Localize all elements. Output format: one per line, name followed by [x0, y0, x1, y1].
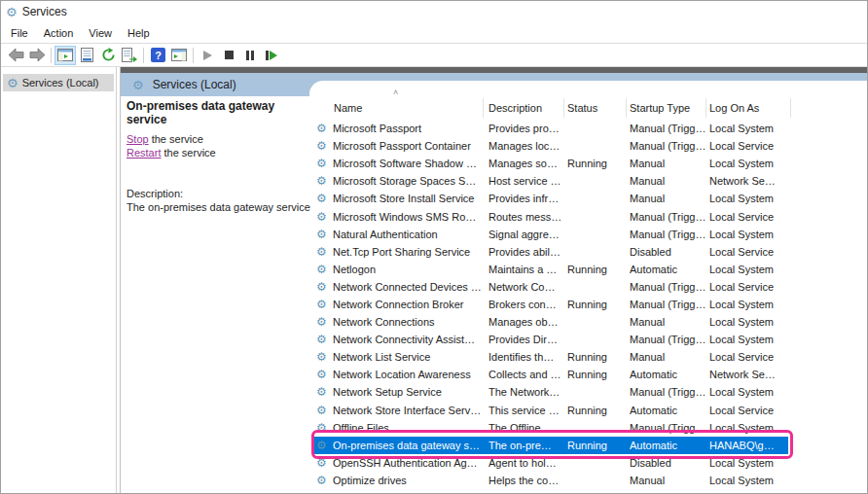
table-row[interactable]: ⚙Network Connection BrokerBrokers con…Ru… — [313, 296, 788, 313]
window-title: Services — [22, 5, 67, 18]
service-gear-icon: ⚙ — [313, 211, 333, 223]
table-row[interactable]: ⚙OpenSSH Authentication Ag…Agent to hol…… — [313, 454, 788, 472]
service-description: Collects and … — [488, 369, 567, 380]
service-description: Identifies th… — [488, 351, 567, 363]
column-header-log-on-as[interactable]: Log On As — [709, 102, 759, 114]
column-header-description[interactable]: Description — [488, 102, 542, 114]
table-row[interactable]: ⚙Microsoft Software Shadow …Manages so…R… — [313, 155, 788, 172]
column-divider[interactable] — [626, 98, 627, 118]
service-description: Host service … — [488, 175, 567, 187]
table-row[interactable]: ⚙Net.Tcp Port Sharing ServiceProvides ab… — [313, 243, 788, 261]
table-row[interactable]: ⚙NetlogonMaintains a …RunningAutomaticLo… — [313, 261, 788, 278]
service-log-on-as: Local System — [709, 193, 788, 204]
table-row[interactable]: ⚙Microsoft Passport ContainerManages loc… — [313, 137, 788, 155]
stop-service-text: the service — [149, 133, 203, 145]
table-row[interactable]: ⚙Offline FilesThe Offline…Manual (Trigg…… — [313, 419, 788, 437]
tree-item-services-local[interactable]: ⚙ Services (Local) — [3, 74, 114, 91]
column-header-name[interactable]: Name — [334, 102, 362, 114]
service-gear-icon: ⚙ — [313, 264, 333, 275]
refresh-icon[interactable] — [97, 46, 119, 65]
tree-item-label: Services (Local) — [22, 77, 99, 88]
table-row[interactable]: ⚙Network Store Interface Serv…This servi… — [313, 402, 788, 419]
export-list-icon[interactable] — [119, 46, 140, 65]
column-header-startup-type[interactable]: Startup Type — [630, 102, 690, 114]
table-row[interactable]: ⚙Optimize drivesHelps the co…ManualLocal… — [313, 472, 788, 489]
service-log-on-as: Network Se… — [709, 175, 788, 187]
service-gear-icon: ⚙ — [313, 229, 333, 240]
service-description: Agent to hol… — [488, 457, 567, 469]
service-log-on-as: Local System — [709, 123, 788, 134]
console-tree-panel: ⚙ Services (Local) — [1, 67, 117, 493]
restart-service-link[interactable]: Restart — [127, 147, 161, 159]
service-gear-icon: ⚙ — [313, 457, 333, 469]
table-row[interactable]: ⚙Natural AuthenticationSignal aggre…Manu… — [313, 226, 788, 243]
svg-text:?: ? — [155, 50, 162, 61]
menu-action[interactable]: Action — [36, 25, 82, 41]
stop-service-icon[interactable] — [218, 46, 239, 65]
pause-service-icon[interactable] — [239, 46, 261, 65]
table-row[interactable]: ⚙Network Setup ServiceThe Network…Manual… — [313, 383, 788, 401]
table-row[interactable]: ⚙Microsoft Storage Spaces S…Host service… — [313, 172, 788, 190]
table-row[interactable]: ⚙Network Location AwarenessCollects and … — [313, 366, 788, 383]
column-divider[interactable] — [790, 98, 791, 118]
table-row[interactable]: ⚙Parental ControlsEnforces pa…ManualLoca… — [313, 489, 788, 494]
table-row[interactable]: ⚙On-premises data gateway s…The on-pre…R… — [313, 437, 788, 454]
service-log-on-as: Local System — [709, 457, 788, 469]
service-startup-type: Manual — [630, 158, 709, 169]
table-row[interactable]: ⚙Network Connectivity Assist…Provides Di… — [313, 331, 788, 348]
service-gear-icon: ⚙ — [313, 193, 333, 204]
service-name: On-premises data gateway s… — [333, 440, 488, 451]
back-arrow-icon[interactable] — [5, 46, 26, 65]
table-row[interactable]: ⚙Network List ServiceIdentifies th…Runni… — [313, 348, 788, 366]
service-gear-icon: ⚙ — [313, 386, 333, 398]
service-name: Network Connected Devices … — [333, 281, 488, 293]
service-description: Signal aggre… — [488, 229, 567, 240]
service-description: The Network… — [488, 386, 567, 398]
service-name: Network Location Awareness — [333, 369, 488, 380]
start-service-icon[interactable] — [197, 46, 218, 65]
menu-file[interactable]: File — [3, 25, 36, 41]
menu-help[interactable]: Help — [120, 25, 158, 41]
service-table-body: ⚙Microsoft PassportProvides pro…Manual (… — [313, 120, 788, 494]
column-divider[interactable] — [483, 98, 484, 118]
help-icon[interactable]: ? — [147, 46, 168, 65]
column-header-status[interactable]: Status — [567, 102, 597, 114]
table-row[interactable]: ⚙Network ConnectionsManages ob…ManualLoc… — [313, 313, 788, 331]
service-name: Microsoft Windows SMS Ro… — [333, 211, 488, 223]
forward-arrow-icon[interactable] — [26, 46, 48, 65]
properties-icon[interactable] — [76, 46, 97, 65]
service-startup-type: Manual (Trigg… — [630, 422, 709, 434]
show-action-pane-icon[interactable] — [168, 46, 190, 65]
service-description: The on-pre… — [488, 440, 567, 451]
service-status: Running — [567, 158, 630, 169]
menu-bar: File Action View Help — [1, 22, 867, 44]
table-row[interactable]: ⚙Microsoft Windows SMS Ro…Routes mess…Ma… — [313, 207, 788, 225]
column-divider[interactable] — [563, 98, 564, 118]
service-gear-icon: ⚙ — [313, 369, 333, 380]
service-startup-type: Manual — [630, 351, 709, 363]
service-gear-icon: ⚙ — [313, 405, 333, 416]
restart-service-text: the service — [161, 147, 215, 159]
service-startup-type: Manual — [630, 175, 709, 187]
service-startup-type: Manual — [630, 193, 709, 204]
service-name: Network Setup Service — [333, 386, 488, 398]
stop-service-link[interactable]: Stop — [127, 133, 149, 145]
table-row[interactable]: ⚙Network Connected Devices …Network Co…M… — [313, 278, 788, 296]
show-console-tree-icon[interactable] — [54, 46, 76, 65]
service-gear-icon: ⚙ — [313, 158, 333, 169]
main-area: ⚙ Services (Local) ⚙ Services (Local) On… — [1, 67, 867, 493]
service-startup-type: Manual (Trigg… — [630, 299, 709, 310]
restart-service-icon[interactable] — [261, 46, 282, 65]
table-row[interactable]: ⚙Microsoft PassportProvides pro…Manual (… — [313, 120, 788, 137]
service-name: Network Connectivity Assist… — [333, 334, 488, 345]
column-divider[interactable] — [705, 98, 706, 118]
table-row[interactable]: ⚙Microsoft Store Install ServiceProvides… — [313, 190, 788, 207]
service-gear-icon: ⚙ — [313, 351, 333, 363]
service-log-on-as: Local System — [709, 334, 788, 345]
service-startup-type: Disabled — [630, 457, 709, 469]
menu-view[interactable]: View — [81, 25, 120, 41]
service-log-on-as: Local Service — [709, 140, 788, 152]
service-name: Offline Files — [333, 422, 488, 434]
service-startup-type: Manual (Trigg… — [630, 211, 709, 223]
service-startup-type: Manual — [630, 475, 709, 486]
